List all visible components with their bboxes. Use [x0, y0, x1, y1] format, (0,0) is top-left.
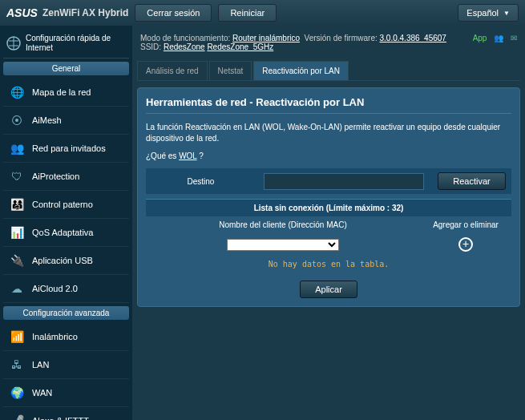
sidebar-item-gen-6[interactable]: 🔌Aplicación USB — [3, 247, 129, 275]
sidebar-item-label: Control paterno — [32, 200, 93, 209]
sidebar-item-label: AiCloud 2.0 — [32, 284, 78, 293]
users-icon[interactable]: 👥 — [494, 34, 503, 42]
firmware-link[interactable]: 3.0.0.4.386_45607 — [380, 34, 446, 42]
mail-icon[interactable]: ✉ — [511, 34, 517, 42]
wan-icon: 🌍 — [8, 384, 26, 402]
panel-what: ¿Qué es WOL ? — [146, 151, 511, 162]
sidebar-item-gen-5[interactable]: 📊QoS Adaptativa — [3, 219, 129, 247]
language-select[interactable]: Español ▼ — [458, 4, 519, 22]
sidebar-item-label: Alexa & IFTTT — [32, 416, 89, 420]
sidebar-item-gen-0[interactable]: 🌐Mapa de la red — [3, 79, 129, 107]
col-action: Agregar o eliminar — [420, 216, 511, 233]
dest-table: Destino Reactivar — [146, 168, 511, 194]
sidebar-item-gen-7[interactable]: ☁AiCloud 2.0 — [3, 275, 129, 303]
sidebar-item-adv-1[interactable]: 🖧LAN — [3, 351, 129, 379]
sidebar-item-label: AiProtection — [32, 172, 79, 181]
client-select[interactable] — [227, 239, 339, 251]
sidebar-item-adv-3[interactable]: 🎤Alexa & IFTTT — [3, 407, 129, 420]
sidebar-heading-advanced: Configuración avanzada — [3, 306, 129, 320]
wake-button[interactable]: Reactivar — [438, 172, 505, 190]
info-bar: App 👥 ✉ Modo de funcionamiento: Router i… — [137, 30, 520, 55]
top-bar: ASUS ZenWiFi AX Hybrid Cerrar sesión Rei… — [0, 0, 525, 26]
qis-icon — [6, 35, 21, 51]
voice-icon: 🎤 — [8, 412, 26, 420]
sidebar-item-adv-0[interactable]: 📶Inalámbrico — [3, 323, 129, 351]
model-name: ZenWiFi AX Hybrid — [42, 7, 128, 18]
sidebar-item-label: AiMesh — [32, 115, 62, 125]
offline-heading: Lista sin conexión (Límite máximo : 32) — [146, 200, 511, 217]
panel-title: Herramientas de red - Reactivación por L… — [146, 96, 511, 114]
tab-wol[interactable]: Reactivación por LAN — [253, 61, 349, 80]
app-link[interactable]: App — [473, 34, 487, 42]
dest-input[interactable] — [264, 173, 424, 190]
guest-icon: 👥 — [8, 139, 26, 157]
shield-icon: 🛡 — [8, 168, 26, 185]
tab-netstat[interactable]: Netstat — [209, 61, 252, 80]
parent-icon: 👨‍👩‍👧 — [8, 196, 26, 213]
offline-table: Lista sin conexión (Límite máximo : 32) … — [146, 199, 511, 273]
tab-netanalysis[interactable]: Análisis de red — [137, 61, 208, 80]
chevron-down-icon: ▼ — [503, 10, 510, 17]
qis-label: Configuración rápida de Internet — [26, 34, 126, 53]
globe-icon: 🌐 — [8, 83, 26, 101]
tab-bar: Análisis de red Netstat Reactivación por… — [137, 61, 520, 81]
language-label: Español — [466, 8, 499, 18]
sidebar: Configuración rápida de Internet General… — [0, 26, 132, 420]
cloud-icon: ☁ — [8, 280, 26, 297]
wifi-icon: 📶 — [8, 328, 26, 345]
gauge-icon: 📊 — [8, 224, 26, 241]
sidebar-item-label: Aplicación USB — [32, 256, 93, 265]
sidebar-item-gen-3[interactable]: 🛡AiProtection — [3, 163, 129, 191]
sidebar-item-label: LAN — [32, 360, 49, 370]
sidebar-heading-general: General — [3, 62, 129, 75]
ssid2-link[interactable]: RedesZone_5GHz — [207, 42, 273, 51]
logout-button[interactable]: Cerrar sesión — [135, 4, 212, 22]
brand-logo: ASUS — [6, 6, 42, 19]
wol-link[interactable]: WOL — [179, 151, 196, 160]
apply-button[interactable]: Aplicar — [300, 281, 357, 298]
sidebar-item-qis[interactable]: Configuración rápida de Internet — [3, 29, 129, 59]
col-client: Nombre del cliente (Dirección MAC) — [146, 216, 420, 233]
sidebar-item-label: Red para invitados — [32, 143, 106, 153]
reboot-button[interactable]: Reiniciar — [218, 4, 277, 22]
mode-link[interactable]: Router inalámbrico — [232, 34, 300, 42]
add-button[interactable]: + — [458, 237, 473, 252]
ssid1-link[interactable]: RedesZone — [164, 42, 205, 51]
usb-icon: 🔌 — [8, 252, 26, 269]
lan-icon: 🖧 — [8, 356, 26, 374]
sidebar-item-gen-2[interactable]: 👥Red para invitados — [3, 135, 129, 163]
sidebar-item-label: WAN — [32, 388, 52, 398]
panel-desc: La función Reactivación en LAN (WOL, Wak… — [146, 122, 511, 144]
dest-label: Destino — [146, 168, 256, 194]
main-content: App 👥 ✉ Modo de funcionamiento: Router i… — [132, 26, 525, 420]
sidebar-item-label: QoS Adaptativa — [32, 228, 93, 237]
sidebar-item-gen-4[interactable]: 👨‍👩‍👧Control paterno — [3, 191, 129, 219]
sidebar-item-label: Mapa de la red — [32, 87, 91, 97]
sidebar-item-adv-2[interactable]: 🌍WAN — [3, 379, 129, 407]
sidebar-item-gen-1[interactable]: ⦿AiMesh — [3, 107, 129, 135]
nodata-text: No hay datos en la tabla. — [146, 256, 511, 273]
mesh-icon: ⦿ — [8, 111, 26, 129]
wol-panel: Herramientas de red - Reactivación por L… — [137, 87, 520, 307]
sidebar-item-label: Inalámbrico — [32, 332, 78, 341]
